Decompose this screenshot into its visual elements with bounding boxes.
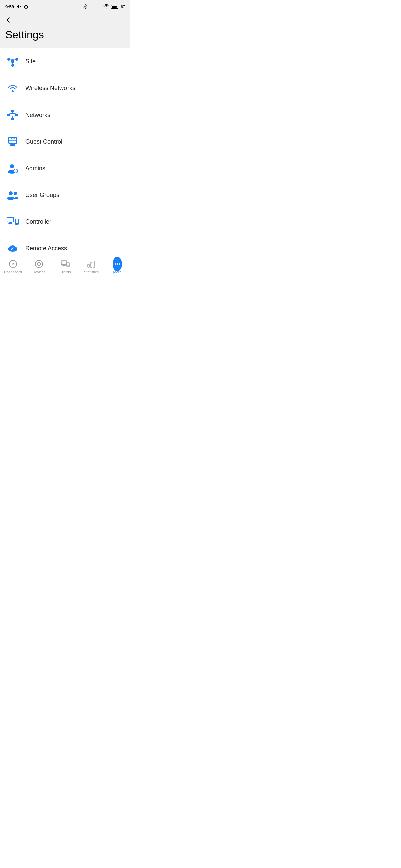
svg-rect-67 <box>67 263 69 267</box>
svg-rect-13 <box>99 5 100 9</box>
remote-icon <box>7 242 19 254</box>
admins-icon: A <box>7 162 19 174</box>
svg-point-17 <box>16 58 18 61</box>
controller-icon <box>7 216 19 228</box>
svg-rect-9 <box>93 4 94 9</box>
svg-point-15 <box>11 60 15 63</box>
more-nav-icon <box>113 259 122 269</box>
nav-statistics-label: Statistics <box>84 270 98 274</box>
mute-icon <box>16 4 21 9</box>
signal1-icon <box>89 4 94 9</box>
status-left: 9:58 <box>5 4 29 9</box>
svg-point-43 <box>14 192 17 195</box>
svg-rect-34 <box>11 144 14 145</box>
clients-nav-icon <box>60 259 70 269</box>
svg-line-28 <box>9 113 13 114</box>
svg-point-18 <box>11 64 14 67</box>
svg-rect-5 <box>90 7 90 9</box>
svg-point-61 <box>35 260 43 268</box>
devices-nav-icon <box>34 259 44 269</box>
remote-label: Remote Access <box>25 245 67 252</box>
svg-rect-49 <box>16 219 18 223</box>
svg-rect-71 <box>93 261 94 268</box>
svg-rect-50 <box>17 224 18 224</box>
svg-text:A: A <box>15 170 17 173</box>
nav-clients-label: Clients <box>59 270 71 274</box>
svg-line-19 <box>10 60 13 60</box>
svg-rect-10 <box>96 7 97 9</box>
bluetooth-icon <box>82 4 88 9</box>
svg-rect-14 <box>101 4 101 9</box>
networks-label: Networks <box>25 112 51 119</box>
page-title: Settings <box>5 27 125 42</box>
svg-rect-69 <box>88 265 89 268</box>
svg-line-20 <box>13 60 16 60</box>
menu-item-admins[interactable]: A Admins <box>0 155 130 182</box>
status-right: 87 <box>82 4 125 9</box>
back-arrow-icon <box>5 16 13 24</box>
svg-rect-70 <box>90 263 92 268</box>
svg-rect-25 <box>15 114 18 116</box>
menu-item-wireless[interactable]: Wireless Networks <box>0 75 130 101</box>
svg-rect-7 <box>91 5 92 9</box>
svg-rect-6 <box>91 6 91 9</box>
menu-item-usergroups[interactable]: User Groups <box>0 182 130 208</box>
site-label: Site <box>25 58 36 65</box>
header: Settings <box>0 13 130 48</box>
status-bar: 9:58 <box>0 0 130 13</box>
wireless-icon <box>7 82 19 94</box>
svg-rect-26 <box>11 118 15 120</box>
site-icon <box>7 55 19 67</box>
nav-clients[interactable]: Clients <box>52 258 78 274</box>
alarm-icon <box>23 4 29 9</box>
svg-point-72 <box>115 264 116 265</box>
networks-icon <box>7 109 19 121</box>
nav-dashboard[interactable]: Dashboard <box>0 258 26 274</box>
time: 9:58 <box>5 4 14 9</box>
menu-item-networks[interactable]: Networks <box>0 101 130 128</box>
main-content: Settings Site <box>0 13 130 255</box>
wifi-status-icon <box>103 4 109 9</box>
svg-rect-64 <box>61 261 67 265</box>
svg-line-3 <box>24 5 25 5</box>
menu-list: Site Wireless Networks <box>0 48 130 255</box>
svg-line-4 <box>27 5 28 5</box>
svg-point-63 <box>38 260 40 261</box>
svg-point-42 <box>7 197 15 200</box>
svg-point-22 <box>12 90 14 92</box>
nav-statistics[interactable]: Statistics <box>78 258 104 274</box>
menu-item-controller[interactable]: Controller <box>0 208 130 235</box>
svg-rect-12 <box>98 5 99 9</box>
nav-dashboard-label: Dashboard <box>4 270 22 274</box>
svg-point-60 <box>12 264 14 265</box>
guest-icon <box>7 135 19 148</box>
signal2-icon <box>96 4 102 9</box>
nav-devices[interactable]: Devices <box>26 258 52 274</box>
usergroups-label: User Groups <box>25 192 59 199</box>
usergroups-icon <box>7 189 19 201</box>
svg-rect-11 <box>97 6 98 9</box>
svg-point-74 <box>119 264 120 265</box>
nav-more[interactable]: More <box>104 258 130 274</box>
svg-point-36 <box>10 164 14 168</box>
back-button[interactable] <box>5 16 125 24</box>
svg-rect-46 <box>9 222 12 223</box>
admins-label: Admins <box>25 165 46 172</box>
svg-rect-56 <box>12 249 14 251</box>
svg-rect-8 <box>92 5 93 9</box>
svg-rect-23 <box>11 110 15 112</box>
guest-label: Guest Control <box>25 138 62 145</box>
nav-devices-label: Devices <box>32 270 46 274</box>
battery-level: 87 <box>121 5 125 9</box>
dashboard-nav-icon <box>8 259 18 269</box>
battery-icon <box>111 5 119 9</box>
svg-rect-47 <box>8 223 12 224</box>
menu-item-site[interactable]: Site <box>0 48 130 75</box>
svg-rect-45 <box>7 218 13 222</box>
svg-point-73 <box>117 264 118 265</box>
controller-label: Controller <box>25 218 52 225</box>
svg-point-62 <box>37 262 41 266</box>
menu-item-guest[interactable]: Guest Control <box>0 128 130 155</box>
menu-item-remote[interactable]: Remote Access <box>0 235 130 255</box>
bottom-nav: Dashboard Devices Clients <box>0 255 130 282</box>
